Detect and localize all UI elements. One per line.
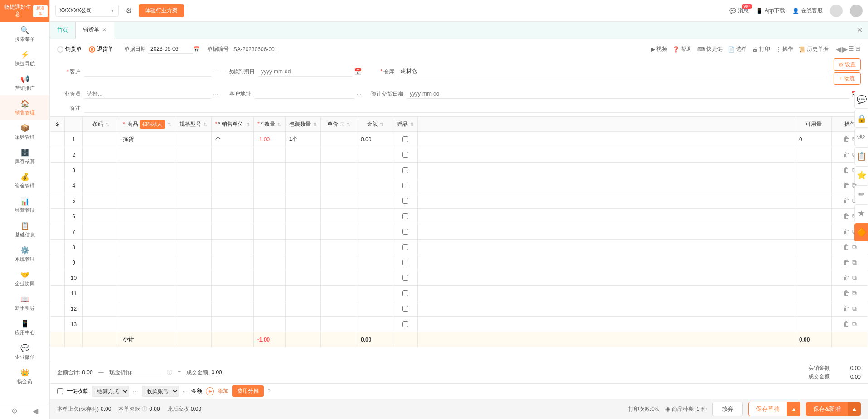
th-settings[interactable]: ⚙ <box>50 117 65 132</box>
sidebar-item-member[interactable]: 👑 畅会员 <box>0 364 49 389</box>
th-unit-sort[interactable]: ⇅ <box>246 122 250 127</box>
add-payment-button[interactable]: + <box>206 387 214 395</box>
salesman-dots[interactable]: ··· <box>211 91 220 98</box>
toolbar-help-btn[interactable]: ❓ 帮助 <box>671 44 693 54</box>
message-button[interactable]: 💬 消息 99+ <box>729 7 749 14</box>
trial-button[interactable]: 体验行业方案 <box>139 4 184 17</box>
sidebar-item-operation[interactable]: 📊 经营管理 <box>0 193 49 217</box>
tab-home[interactable]: 首页 <box>50 22 76 39</box>
view-grid-icon[interactable]: ⊞ <box>855 45 861 53</box>
rfb-fav[interactable]: ★ <box>854 204 868 222</box>
sidebar-item-enterprise[interactable]: 🤝 企业协同 <box>0 266 49 291</box>
th-price-sort[interactable]: ⇅ <box>347 122 350 127</box>
rfb-edit[interactable]: ✏ <box>854 185 868 203</box>
save-new-button[interactable]: 保存&新增 <box>806 402 848 416</box>
rfb-clipboard[interactable]: 📋 <box>854 147 868 165</box>
sidebar-item-finance[interactable]: 💰 资金管理 <box>0 169 49 193</box>
th-gift-sort[interactable]: ⇅ <box>410 122 414 127</box>
th-pack-sort[interactable]: ⇅ <box>313 122 317 127</box>
sidebar-item-guide[interactable]: 📖 新手引导 <box>0 291 49 315</box>
tab-close-icon[interactable]: ✕ <box>102 27 107 33</box>
payment-account-select[interactable]: 收款账号 <box>142 386 179 397</box>
expected-delivery-input[interactable] <box>407 89 849 99</box>
toolbar-actions-btn[interactable]: ⋮ 操作 <box>774 44 795 54</box>
td-unit-1[interactable]: 个 <box>211 132 253 147</box>
scan-button[interactable]: 扫码录入 <box>140 120 165 129</box>
th-product-sort[interactable]: ⇅ <box>168 122 171 127</box>
payment-account-dots[interactable]: ··· <box>183 388 188 395</box>
sidebar-collapse-icon[interactable]: ◀ <box>33 407 38 415</box>
customer-dots[interactable]: ··· <box>211 68 220 75</box>
app-download-button[interactable]: 📱 App下载 <box>756 7 785 14</box>
online-service-button[interactable]: 👤 在线客服 <box>792 7 823 14</box>
logistics-button[interactable]: + 物流 <box>834 72 861 85</box>
settings-gear-button[interactable]: ⚙ <box>122 5 135 17</box>
sidebar-item-inventory[interactable]: 🗄️ 库存核算 <box>0 144 49 169</box>
td-gift-1[interactable] <box>393 132 418 147</box>
expense-split-button[interactable]: 费用分摊 <box>232 385 264 397</box>
sidebar-item-wechat[interactable]: 💬 企业微信 <box>0 340 49 364</box>
tab-sales-order[interactable]: 销货单 ✕ <box>76 22 114 39</box>
td-product-1[interactable]: 拣货 <box>119 132 175 147</box>
salesman-input[interactable] <box>84 89 211 99</box>
sidebar-settings-icon[interactable]: ⚙ <box>11 407 18 415</box>
delete-icon-2[interactable]: 🗑 <box>843 151 849 159</box>
product-kind[interactable]: ◉ 商品种类: 1 种 <box>665 405 707 413</box>
save-new-arrow-button[interactable]: ▲ <box>848 402 861 416</box>
cash-discount-input[interactable] <box>134 369 161 376</box>
company-selector[interactable]: XXXXXX公司 ▼ <box>55 5 119 17</box>
th-barcode-sort[interactable]: ⇅ <box>106 122 109 127</box>
collection-calendar-icon[interactable]: 📅 <box>352 68 364 75</box>
nav-prev-icon[interactable]: ◀ <box>836 45 841 53</box>
sidebar-item-app[interactable]: 📱 应用中心 <box>0 315 49 340</box>
delete-icon-1[interactable]: 🗑 <box>843 135 849 143</box>
customer-address-input[interactable] <box>255 89 354 99</box>
save-draft-button[interactable]: 保存草稿 <box>748 402 787 416</box>
th-spec-sort[interactable]: ⇅ <box>204 122 207 127</box>
radio-return-order[interactable]: 退货单 <box>89 45 113 53</box>
gift-checkbox-2[interactable] <box>402 152 408 158</box>
radio-sales-order[interactable]: 销货单 <box>57 45 82 53</box>
user-avatar[interactable] <box>830 5 843 17</box>
date-calendar-icon[interactable]: 📅 <box>193 46 200 53</box>
abandon-button[interactable]: 放弃 <box>712 402 743 416</box>
td-remark-1[interactable] <box>418 132 795 147</box>
user-avatar2[interactable] <box>850 5 863 17</box>
td-amount-1[interactable]: 0.00 <box>357 132 393 147</box>
save-draft-arrow-button[interactable]: ▲ <box>787 402 801 416</box>
sidebar-item-quick-nav[interactable]: ⚡ 快捷导航 <box>0 46 49 71</box>
notes-input[interactable] <box>84 103 861 113</box>
view-list-icon[interactable]: ☰ <box>849 45 854 53</box>
rfb-orange[interactable]: 🔶 <box>854 223 868 241</box>
rfb-message[interactable]: 💬 <box>854 91 868 109</box>
toolbar-print-btn[interactable]: 🖨 打印 <box>751 44 772 54</box>
rfb-lock[interactable]: 🔒 <box>854 110 868 128</box>
rfb-star[interactable]: ⭐ <box>854 166 868 184</box>
payment-method-dots[interactable]: ··· <box>133 388 138 395</box>
toolbar-history-btn[interactable]: 📜 历史单据 <box>797 44 830 54</box>
td-spec-1[interactable] <box>175 132 211 147</box>
one-click-checkbox[interactable] <box>57 388 63 394</box>
sidebar-item-marketing[interactable]: 📢 营销推广 <box>0 71 49 95</box>
settings-button[interactable]: ⚙ 设置 <box>834 58 861 71</box>
toolbar-video-btn[interactable]: ▶ 视频 <box>649 44 669 54</box>
sidebar-item-sales[interactable]: 🏠 销售管理 <box>0 95 49 120</box>
td-qty-1[interactable]: -1.00 <box>253 132 285 147</box>
td-price-1[interactable] <box>321 132 357 147</box>
td-barcode-1[interactable] <box>83 132 119 147</box>
td-pack-1[interactable]: 1个 <box>285 132 320 147</box>
close-all-tabs-icon[interactable]: ✕ <box>857 26 863 34</box>
toolbar-select-btn[interactable]: 📄 选单 <box>726 44 749 54</box>
sidebar-item-search[interactable]: 🔍 搜索菜单 <box>0 22 49 46</box>
th-qty-sort[interactable]: ⇅ <box>277 122 281 127</box>
payment-method-select[interactable]: 结算方式 <box>92 386 129 397</box>
warehouse-dots[interactable]: ··· <box>824 68 834 75</box>
collection-date-input[interactable] <box>258 67 352 77</box>
sidebar-item-basics[interactable]: 📋 基础信息 <box>0 217 49 242</box>
sidebar-item-system[interactable]: ⚙️ 系统管理 <box>0 242 49 266</box>
nav-next-icon[interactable]: ▶ <box>842 45 848 53</box>
customer-input[interactable] <box>84 67 211 77</box>
th-amount-sort[interactable]: ⇅ <box>380 122 383 127</box>
sidebar-item-purchase[interactable]: 📦 采购管理 <box>0 120 49 144</box>
customer-address-dots[interactable]: ··· <box>354 91 364 98</box>
